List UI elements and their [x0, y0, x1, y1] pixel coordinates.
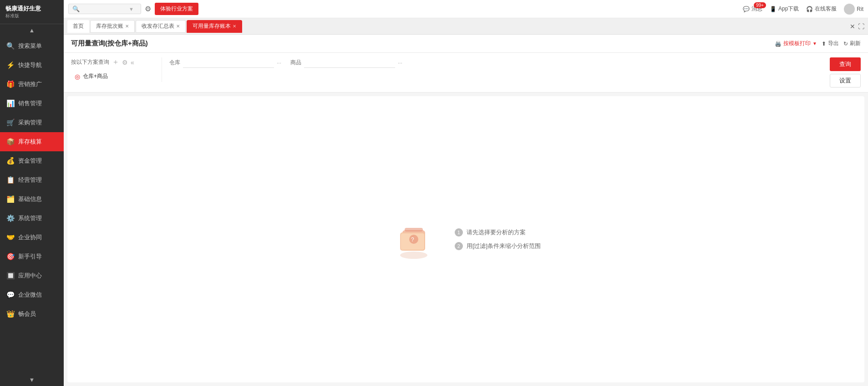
sidebar-item-basic-info[interactable]: 🗂️ 基础信息	[0, 190, 64, 209]
sidebar-item-label: 畅会员	[18, 310, 36, 318]
filter-gear-icon[interactable]: ⚙	[122, 59, 128, 66]
tip-num-1: 1	[455, 228, 463, 237]
tabs-right-actions: ✕ ⛶	[850, 23, 864, 30]
tab-home[interactable]: 首页	[67, 20, 89, 33]
print-button[interactable]: 🖨️ 按模板打印 ▼	[775, 40, 817, 47]
empty-tip-2: 2 用[过滤]条件来缩小分析范围	[455, 242, 541, 250]
message-badge: 99+	[754, 2, 766, 8]
tab-close-icon[interactable]: ✕	[233, 24, 236, 29]
export-button[interactable]: ⬆ 导出	[822, 40, 839, 47]
expand-icon[interactable]: ⛶	[858, 23, 864, 30]
chat-icon: 💬	[6, 291, 15, 299]
sidebar-item-enterprise-coop[interactable]: 🤝 企业协同	[0, 228, 64, 247]
sidebar-nav: 🔍 搜索菜单 ⚡ 快捷导航 🎁 营销推广 📊 销售管理 🛒 采购管理 📦 库存核…	[0, 36, 64, 374]
sidebar-item-search[interactable]: 🔍 搜索菜单	[0, 36, 64, 56]
filter-add-button[interactable]: ＋	[112, 57, 119, 67]
industry-solution-button[interactable]: 体验行业方案	[155, 3, 198, 15]
online-service-button[interactable]: 🎧 在线客服	[806, 5, 837, 13]
chevron-down-icon[interactable]: ▼	[129, 6, 134, 12]
goods-label: 商品	[290, 59, 301, 67]
tab-label: 库存批次账	[96, 22, 123, 30]
refresh-icon: ↻	[843, 41, 848, 47]
sidebar-item-enterprise-wx[interactable]: 💬 企业微信	[0, 285, 64, 304]
scheme-item-warehouse-goods[interactable]: ◎ 仓库+商品	[71, 71, 156, 82]
svg-point-0	[400, 252, 427, 259]
app-label: App下载	[778, 5, 799, 13]
sidebar-item-app-center[interactable]: 🔲 应用中心	[0, 266, 64, 285]
phone-icon: 📱	[770, 6, 777, 12]
warehouse-filter-field: 仓库 ···	[169, 57, 281, 68]
tip-text-2: 用[过滤]条件来缩小分析范围	[467, 242, 541, 250]
sidebar-item-marketing[interactable]: 🎁 营销推广	[0, 75, 64, 94]
filter-collapse-icon[interactable]: «	[131, 59, 134, 66]
sidebar-item-label: 采购管理	[18, 118, 42, 127]
sidebar-item-member[interactable]: 👑 畅会员	[0, 304, 64, 324]
tab-recv-summary[interactable]: 收发存汇总表 ✕	[136, 20, 186, 33]
main-area: 🔍 ▼ ⚙ 体验行业方案 💬 消息 99+ 📱 App下载 🎧 在线客服 Rit	[64, 0, 868, 386]
sidebar-item-label: 资金管理	[18, 157, 42, 165]
money-icon: 💰	[6, 157, 15, 165]
search-icon: 🔍	[72, 5, 80, 12]
empty-tip-1: 1 请先选择要分析的方案	[455, 228, 541, 237]
filter-fields: 仓库 ··· 商品 ···	[162, 57, 822, 68]
sidebar-item-label: 库存核算	[18, 138, 42, 146]
export-icon: ⬆	[822, 41, 826, 47]
sidebar-item-system[interactable]: ⚙️ 系统管理	[0, 209, 64, 228]
app-download-button[interactable]: 📱 App下载	[770, 5, 799, 13]
page-title: 可用量查询(按仓库+商品)	[71, 39, 148, 48]
sidebar-item-label: 系统管理	[18, 214, 42, 222]
query-button[interactable]: 查询	[830, 57, 861, 71]
topbar-search-box[interactable]: 🔍 ▼	[68, 4, 141, 14]
sidebar-item-purchase[interactable]: 🛒 采购管理	[0, 113, 64, 132]
sidebar-item-inventory[interactable]: 📦 库存核算	[0, 132, 64, 151]
message-button[interactable]: 💬 消息 99+	[743, 5, 762, 13]
message-icon: 💬	[743, 6, 750, 12]
tab-close-icon[interactable]: ✕	[176, 24, 180, 29]
close-all-tabs-icon[interactable]: ✕	[850, 23, 855, 30]
warehouse-input[interactable]	[183, 57, 274, 68]
tab-close-icon[interactable]: ✕	[125, 24, 129, 29]
sidebar-scroll-down[interactable]: ▼	[0, 374, 64, 386]
sidebar-item-operations[interactable]: 📋 经营管理	[0, 170, 64, 190]
tab-batch-account[interactable]: 库存批次账 ✕	[90, 20, 135, 33]
warehouse-more-icon[interactable]: ···	[277, 60, 281, 66]
user-menu[interactable]: Rit	[844, 4, 863, 15]
filter-label-row: 按以下方案查询 ＋ ⚙ «	[71, 57, 156, 67]
refresh-button[interactable]: ↻ 刷新	[843, 40, 861, 47]
tab-label: 收发存汇总表	[142, 22, 174, 30]
goods-more-icon[interactable]: ···	[398, 60, 402, 66]
sidebar-item-label: 销售管理	[18, 99, 42, 108]
goods-input[interactable]	[304, 57, 395, 68]
sidebar-scroll-up[interactable]: ▲	[0, 24, 64, 36]
sidebar-item-shortcut[interactable]: ⚡ 快捷导航	[0, 56, 64, 75]
export-label: 导出	[828, 40, 839, 47]
warehouse-label: 仓库	[169, 59, 180, 67]
settings-button[interactable]: 设置	[830, 74, 861, 87]
target-icon: 🎯	[6, 252, 15, 261]
goods-filter-field: 商品 ···	[290, 57, 402, 68]
empty-state: ? 1 请先选择要分析的方案 2 用[过滤]条件来缩小分析范围	[67, 96, 864, 382]
page-actions: 🖨️ 按模板打印 ▼ ⬆ 导出 ↻ 刷新	[775, 40, 861, 47]
folder-icon: 🗂️	[6, 195, 15, 203]
settings-icon[interactable]: ⚙	[145, 5, 151, 13]
app-name: 畅康通好生意	[5, 5, 58, 13]
headset-icon: 🎧	[806, 6, 813, 12]
sidebar-item-label: 搜索菜单	[18, 42, 42, 50]
sidebar-item-label: 营销推广	[18, 80, 42, 88]
avatar	[844, 4, 855, 15]
box-icon: 📦	[6, 138, 15, 146]
sidebar-logo: 畅康通好生意 标准版	[0, 0, 64, 24]
sidebar-item-label: 企业协同	[18, 233, 42, 242]
search-input[interactable]	[81, 6, 127, 12]
lightning-icon: ⚡	[6, 61, 15, 69]
sidebar-item-new-guide[interactable]: 🎯 新手引导	[0, 247, 64, 266]
sidebar-item-finance[interactable]: 💰 资金管理	[0, 151, 64, 170]
sidebar-item-label: 应用中心	[18, 272, 42, 280]
tab-available-ledger[interactable]: 可用量库存账本 ✕	[187, 20, 242, 33]
sidebar-item-sales[interactable]: 📊 销售管理	[0, 94, 64, 113]
chevron-down-icon[interactable]: ▼	[812, 41, 817, 46]
clipboard-icon: 📋	[6, 176, 15, 184]
topbar: 🔍 ▼ ⚙ 体验行业方案 💬 消息 99+ 📱 App下载 🎧 在线客服 Rit	[64, 0, 868, 18]
home-tab-label: 首页	[73, 22, 84, 30]
username: Rit	[857, 6, 863, 12]
